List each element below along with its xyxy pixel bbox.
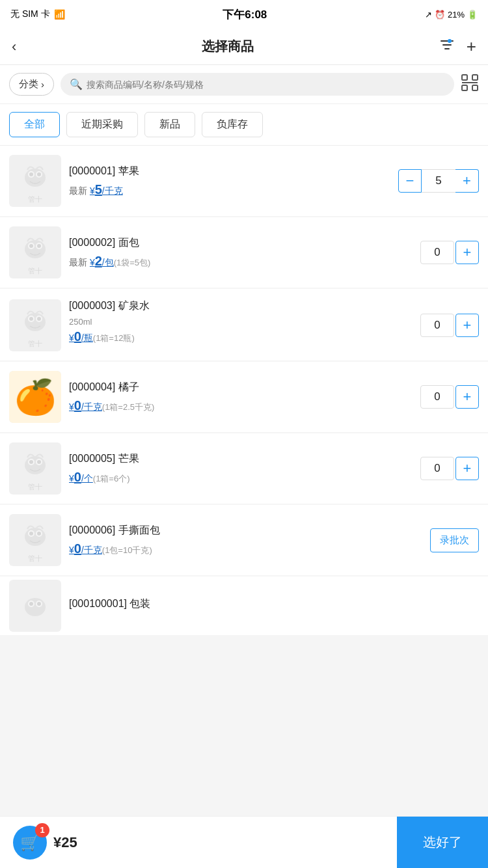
orange-image: 🍊 [14,377,57,417]
filter-row: 分类 › 🔍 [0,65,488,104]
product-name: [0000004] 橘子 [69,381,413,394]
placeholder-image: 管十 [20,158,51,204]
product-spec: 250ml [69,317,413,327]
increase-button[interactable]: + [455,169,479,193]
qty-control-0000006: 录批次 [430,528,479,552]
svg-point-33 [37,532,41,536]
price-value: 0 [74,329,81,344]
qty-input[interactable] [420,314,454,337]
qty-control-0000001: − + [398,169,479,193]
product-image-0000005: 管十 [9,442,61,495]
qty-input[interactable] [420,241,454,264]
price-value: 5 [95,182,102,197]
svg-point-24 [25,456,46,474]
svg-point-22 [29,317,33,321]
carrier-text: 无 SIM 卡 [10,8,50,20]
cart-icon-button[interactable]: 🛒 1 [13,826,47,860]
alarm-icon: ⏰ [435,10,445,20]
batch-button[interactable]: 录批次 [430,528,479,552]
svg-point-12 [29,172,33,176]
tab-new[interactable]: 新品 [144,112,195,137]
increase-button[interactable]: + [455,314,479,337]
qty-control-0000005: + [420,457,479,480]
svg-point-23 [37,317,41,321]
svg-point-38 [37,602,41,606]
qty-input[interactable] [420,385,454,409]
qty-input[interactable] [422,169,455,193]
svg-point-32 [29,532,33,536]
product-item: 管十 [0000003] 矿泉水 250ml ¥0/瓶(1箱=12瓶) + [0,289,488,360]
svg-point-13 [37,172,41,176]
qty-input[interactable] [420,457,454,480]
product-info-0000005: [0000005] 芒果 ¥0/个(1箱=6个) [69,452,413,485]
placeholder-image: 管十 [20,446,51,492]
filter-icon[interactable] [439,38,455,55]
search-input[interactable] [87,79,445,90]
category-label: 分类 [19,78,38,90]
product-image-0000003: 管十 [9,299,61,351]
category-button[interactable]: 分类 › [9,73,54,96]
placeholder-image [20,588,51,624]
price-unit: /千克 [102,185,123,196]
cart-badge: 1 [35,823,49,837]
placeholder-image: 管十 [20,517,51,563]
product-info-0000002: [0000002] 面包 最新 ¥2/包(1袋=5包) [69,236,413,269]
increase-button[interactable]: + [455,457,479,480]
cart-icon: 🛒 [20,834,40,852]
svg-point-9 [25,169,46,187]
product-price: ¥0/千克(1箱=2.5千克) [69,398,413,413]
add-button[interactable]: + [467,36,476,57]
svg-point-18 [37,244,41,248]
product-name: [0000006] 手撕面包 [69,524,422,537]
svg-point-19 [25,313,46,331]
product-name: [000100001] 包装 [69,597,479,611]
svg-point-14 [25,240,46,258]
product-item: [000100001] 包装 [0,576,488,635]
bottom-bar: 🛒 1 ¥25 选好了 [0,816,488,868]
svg-point-3 [448,39,452,43]
search-icon: 🔍 [70,78,83,90]
status-right: ↗ ⏰ 21% 🔋 [425,10,478,20]
tab-all[interactable]: 全部 [9,112,60,137]
price-symbol: ¥ [90,185,95,196]
svg-rect-5 [472,75,478,80]
svg-rect-4 [462,75,467,80]
product-item: 🍊 [0000004] 橘子 ¥0/千克(1箱=2.5千克) + [0,362,488,432]
tab-negative[interactable]: 负库存 [202,112,263,137]
nav-left: ‹ [12,38,16,55]
svg-point-34 [25,598,46,616]
placeholder-image: 管十 [20,303,51,349]
product-price: ¥0/瓶(1箱=12瓶) [69,329,413,344]
cart-total: ¥25 [53,834,77,851]
qty-control-0000003: + [420,314,479,337]
product-image-0000004: 🍊 [9,371,61,423]
svg-point-17 [29,244,33,248]
tabs-row: 全部 近期采购 新品 负库存 [0,104,488,146]
price-label: 最新 [69,185,90,196]
product-list: 管十 [0000001] 苹果 最新 ¥5/千克 − + [0,146,488,635]
product-item: 管十 [0000006] 手撕面包 ¥0/千克(1包=10千克) 录批次 [0,505,488,575]
increase-button[interactable]: + [455,385,479,409]
scan-icon[interactable] [461,74,479,95]
nav-right: + [439,36,476,57]
product-name: [0000005] 芒果 [69,452,413,466]
svg-point-28 [37,460,41,464]
confirm-button[interactable]: 选好了 [397,817,488,869]
time-display: 下午6:08 [223,7,267,22]
product-image-partial [9,580,61,632]
tab-recent[interactable]: 近期采购 [66,112,138,137]
nav-bar: ‹ 选择商品 + [0,29,488,65]
increase-button[interactable]: + [455,241,479,264]
cart-section: 🛒 1 ¥25 [0,826,397,860]
product-item: 管十 [0000001] 苹果 最新 ¥5/千克 − + [0,146,488,216]
product-image-0000002: 管十 [9,226,61,278]
product-info-0000004: [0000004] 橘子 ¥0/千克(1箱=2.5千克) [69,381,413,413]
svg-point-27 [29,460,33,464]
product-item: 管十 [0000002] 面包 最新 ¥2/包(1袋=5包) + [0,217,488,288]
product-info-0000001: [0000001] 苹果 最新 ¥5/千克 [69,165,390,197]
product-info-partial: [000100001] 包装 [69,597,479,615]
search-box: 🔍 [61,73,454,96]
back-button[interactable]: ‹ [12,38,16,55]
decrease-button[interactable]: − [398,169,422,193]
battery-text: 21% [448,10,465,20]
